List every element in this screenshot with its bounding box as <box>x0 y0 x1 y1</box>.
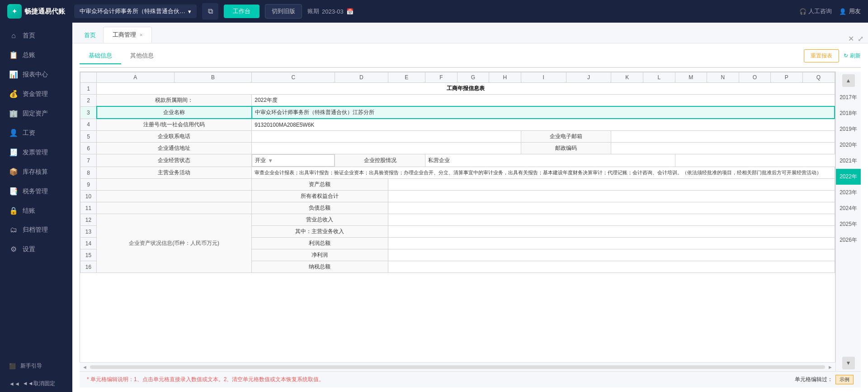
year-item-2026[interactable]: 2026年 <box>836 232 861 248</box>
liabilities-value-cell[interactable] <box>388 202 835 214</box>
main-layout: ⌂ 首页 📋 总账 📊 报表中心 💰 资金管理 🏢 固定资产 👤 工资 🧾 发票… <box>0 23 868 392</box>
net-profit-value[interactable] <box>388 249 835 261</box>
tax-icon: 📑 <box>9 187 18 196</box>
year-up-button[interactable]: ▲ <box>842 74 855 87</box>
address-label-cell: 企业通信地址 <box>97 143 252 154</box>
window-close-button[interactable]: ✕ <box>848 34 854 43</box>
col-header-p: P <box>771 72 803 83</box>
period-label-cell: 税款所属期间： <box>97 95 252 107</box>
fund-icon: 💰 <box>9 90 18 98</box>
company-value-cell[interactable]: 中审众环会计师事务所（特殊普通合伙）江苏分所 <box>252 106 835 119</box>
unpin-button[interactable]: ◄◄ ◄◄取消固定 <box>0 375 72 392</box>
calendar-icon[interactable]: 📅 <box>346 8 354 15</box>
col-header-h: H <box>489 72 521 83</box>
spreadsheet-container[interactable]: A B C D E F G H I J K L <box>80 72 835 371</box>
sidebar-item-settings[interactable]: ⚙ 设置 <box>0 239 72 259</box>
main-revenue-value[interactable] <box>388 226 835 238</box>
sidebar-item-fund[interactable]: 💰 资金管理 <box>0 84 72 104</box>
sub-tab-basic-label: 基础信息 <box>89 52 112 59</box>
consulting-button[interactable]: 🎧 人工咨询 <box>799 7 832 15</box>
tab-industrial-commerce[interactable]: 工商管理 × <box>103 27 152 43</box>
year-item-2024[interactable]: 2024年 <box>836 201 861 216</box>
refresh-button[interactable]: ↻ 刷新 <box>844 52 861 60</box>
year-item-2017[interactable]: 2017年 <box>836 90 861 105</box>
year-item-2018[interactable]: 2018年 <box>836 105 861 121</box>
col-header-l: L <box>643 72 675 83</box>
app-logo: ✦ 畅捷通易代账 <box>7 4 65 19</box>
sidebar-item-invoice[interactable]: 🧾 发票管理 <box>0 143 72 162</box>
contact-label-cell: 企业联系电话 <box>97 131 252 143</box>
col-header-n: N <box>707 72 739 83</box>
table-row: 4 注册号/统一社会信用代码 91320100MA208E5W6K <box>80 119 835 131</box>
col-header-g: G <box>457 72 489 83</box>
scroll-left-btn[interactable]: ◄ <box>80 364 90 370</box>
workbench-button[interactable]: 工作台 <box>224 5 259 18</box>
assets-value-cell[interactable] <box>388 179 835 191</box>
unpin-icon: ◄◄ <box>9 381 20 387</box>
status-hint: * 单元格编辑说明：1、点击单元格直接录入数值或文本。2、清空单元格数值或文本恢… <box>87 376 324 383</box>
sidebar-item-report-center[interactable]: 📊 报表中心 <box>0 65 72 84</box>
sidebar-bottom: ⬛ 新手引导 ◄◄ ◄◄取消固定 <box>0 357 72 392</box>
tab-home-label: 首页 <box>84 32 96 38</box>
reset-report-button[interactable]: 重置报表 <box>804 49 839 62</box>
status-value-cell[interactable]: 开业 ▼ <box>252 154 335 167</box>
business-value-cell[interactable]: 审查企业会计报表；出具审计报告；验证企业资本；出具验资报告；办理企业合开、分立、… <box>252 167 835 179</box>
sidebar-item-inventory[interactable]: 📦 库存核算 <box>0 162 72 182</box>
content-area: 首页 工商管理 × ✕ ⤢ 基础信息 其他信息 <box>72 23 868 392</box>
tax-value[interactable] <box>388 261 835 273</box>
tab-home[interactable]: 首页 <box>77 28 103 43</box>
data-sheet: A B C D E F G H I J K L <box>80 72 835 273</box>
year-item-2020[interactable]: 2020年 <box>836 137 861 153</box>
year-item-2022[interactable]: 2022年 <box>836 169 861 185</box>
email-label-cell: 企业电子邮箱 <box>521 131 611 143</box>
row-num-12: 12 <box>80 214 97 226</box>
sidebar-item-fixed-assets[interactable]: 🏢 固定资产 <box>0 104 72 123</box>
period-label: 账期 <box>307 7 319 15</box>
scroll-track[interactable] <box>90 365 825 369</box>
year-down-button[interactable]: ▼ <box>842 357 855 369</box>
sidebar-item-tax[interactable]: 📑 税务管理 <box>0 182 72 201</box>
email-value-cell[interactable] <box>611 131 835 143</box>
sidebar-item-payroll[interactable]: 👤 工资 <box>0 123 72 143</box>
address-value-cell[interactable] <box>252 143 521 154</box>
postal-value-cell[interactable] <box>611 143 835 154</box>
net-profit-label: 净利润 <box>252 249 388 261</box>
col-header-k: K <box>611 72 643 83</box>
horizontal-scroll-bar[interactable]: ◄ ► <box>80 362 835 371</box>
company-selector[interactable]: 中审众环会计师事务所（特殊普通合伙… ▾ <box>74 5 197 18</box>
home-icon: ⌂ <box>9 32 18 40</box>
col-header-b: B <box>174 72 252 83</box>
scroll-right-btn[interactable]: ► <box>825 364 835 370</box>
year-item-2023[interactable]: 2023年 <box>836 185 861 201</box>
revenue-total-value[interactable] <box>388 214 835 226</box>
sidebar-item-home[interactable]: ⌂ 首页 <box>0 26 72 45</box>
sidebar-item-closing[interactable]: 🔒 结账 <box>0 201 72 220</box>
sub-tab-other-info[interactable]: 其他信息 <box>121 48 163 63</box>
sidebar-item-archive[interactable]: 🗂 归档管理 <box>0 220 72 239</box>
tab-close-button[interactable]: × <box>140 32 142 38</box>
sidebar-item-new-guide[interactable]: ⬛ 新手引导 <box>0 357 72 375</box>
copy-icon-btn[interactable]: ⧉ <box>202 3 218 19</box>
year-item-2025[interactable]: 2025年 <box>836 216 861 232</box>
sample-cell: 示例 <box>835 375 854 384</box>
liabilities-inner-label: 负债总额 <box>252 202 388 214</box>
year-item-2021[interactable]: 2021年 <box>836 153 861 169</box>
reg-value-cell[interactable]: 91320100MA208E5W6K <box>252 119 835 131</box>
year-item-2019[interactable]: 2019年 <box>836 121 861 137</box>
sidebar-item-general-ledger[interactable]: 📋 总账 <box>0 45 72 65</box>
old-version-button[interactable]: 切到旧版 <box>265 4 302 19</box>
period-value-cell[interactable]: 2022年度 <box>252 95 835 107</box>
holding-value-cell[interactable]: 私营企业 <box>425 154 675 167</box>
contact-value-cell[interactable] <box>252 131 521 143</box>
table-row: 10 所有者权益合计 <box>80 191 835 202</box>
ledger-icon: 📋 <box>9 51 18 59</box>
col-header-c: C <box>252 72 335 83</box>
sub-tab-basic-info[interactable]: 基础信息 <box>80 48 121 64</box>
profit-value[interactable] <box>388 238 835 249</box>
sheet-title[interactable]: 工商年报信息表 <box>97 83 835 95</box>
col-header-m: M <box>675 72 707 83</box>
table-row: 1 工商年报信息表 <box>80 83 835 95</box>
window-expand-button[interactable]: ⤢ <box>858 34 863 43</box>
equity-value-cell[interactable] <box>388 191 835 202</box>
tab-label: 工商管理 <box>113 31 136 39</box>
